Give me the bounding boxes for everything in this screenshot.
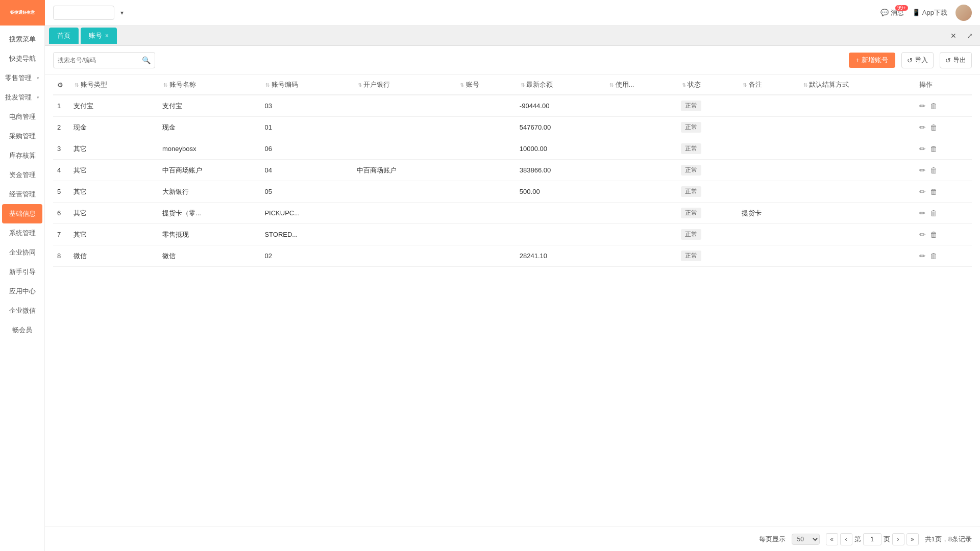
sort-icon[interactable]: ⇅	[521, 82, 525, 88]
sidebar-item-purchase[interactable]: 采购管理	[0, 127, 44, 146]
sidebar-item-enterprise-wechat[interactable]: 企业微信	[0, 301, 44, 320]
sidebar-item-cooperation[interactable]: 企业协同	[0, 243, 44, 262]
edit-icon[interactable]: ✏	[919, 102, 926, 111]
cell-balance: 547670.00	[516, 117, 604, 138]
action-icons: ✏ 🗑	[919, 252, 968, 261]
cell-name: 支付宝	[158, 95, 260, 117]
sort-icon[interactable]: ⇅	[75, 82, 79, 88]
cell-status: 正常	[677, 245, 738, 267]
sidebar-item-newbie[interactable]: 新手引导	[0, 262, 44, 282]
tab-home-label: 首页	[57, 31, 70, 40]
cell-code: STORED...	[260, 224, 352, 245]
delete-icon[interactable]: 🗑	[930, 230, 938, 239]
sidebar-item-basic-info[interactable]: 基础信息	[2, 204, 42, 223]
import-button[interactable]: ↺ 导入	[901, 52, 934, 68]
status-badge: 正常	[681, 251, 701, 261]
cell-account	[455, 138, 516, 160]
cell-default-pay	[798, 117, 915, 138]
sort-icon[interactable]: ⇅	[460, 82, 464, 88]
cell-index: 7	[53, 224, 69, 245]
message-icon: 💬	[880, 9, 889, 16]
sidebar-item-app-center[interactable]: 应用中心	[0, 282, 44, 301]
avatar[interactable]	[955, 5, 972, 21]
edit-icon[interactable]: ✏	[919, 187, 926, 196]
cell-default-pay	[798, 95, 915, 117]
sidebar-item-label: 基础信息	[9, 209, 36, 218]
tab-maximize-button[interactable]: ⤢	[964, 30, 976, 42]
cell-bank: 中百商场账户	[353, 160, 455, 181]
sort-icon[interactable]: ⇅	[609, 82, 614, 88]
cell-usage	[604, 203, 677, 224]
cell-index: 1	[53, 95, 69, 117]
sort-icon[interactable]: ⇅	[743, 82, 747, 88]
cell-account	[455, 95, 516, 117]
delete-icon[interactable]: 🗑	[930, 252, 938, 260]
export-button[interactable]: ↺ 导出	[940, 52, 972, 68]
edit-icon[interactable]: ✏	[919, 123, 926, 132]
search-icon[interactable]: 🔍	[142, 56, 151, 64]
sort-icon[interactable]: ⇅	[803, 82, 807, 88]
edit-icon[interactable]: ✏	[919, 166, 926, 175]
page-size-select[interactable]: 50 100	[792, 534, 820, 545]
gear-icon[interactable]: ⚙	[57, 81, 63, 89]
topbar-dropdown[interactable]: ▾	[120, 9, 124, 16]
topbar-search-input[interactable]	[53, 6, 114, 20]
last-page-button[interactable]: »	[906, 533, 919, 545]
add-account-button[interactable]: + 新增账号	[849, 53, 895, 68]
cell-name: 中百商场账户	[158, 160, 260, 181]
tab-bar: 首页 账号 × ✕ ⤢	[45, 26, 980, 46]
cell-default-pay	[798, 203, 915, 224]
sort-icon[interactable]: ⇅	[682, 82, 686, 88]
cell-status: 正常	[677, 224, 738, 245]
sidebar-item-search[interactable]: 搜索菜单	[0, 30, 44, 49]
delete-icon[interactable]: 🗑	[930, 209, 938, 217]
cell-balance: -90444.00	[516, 95, 604, 117]
sidebar-item-member[interactable]: 畅会员	[0, 320, 44, 340]
sort-icon[interactable]: ⇅	[163, 82, 167, 88]
first-page-button[interactable]: «	[826, 533, 838, 545]
table-row: 5 其它 大新银行 05 500.00 正常 ✏ 🗑	[53, 181, 972, 203]
tab-close-icon[interactable]: ×	[105, 32, 109, 39]
tab-account[interactable]: 账号 ×	[81, 28, 117, 44]
prev-page-button[interactable]: ‹	[840, 533, 852, 545]
sidebar-item-operations[interactable]: 经营管理	[0, 185, 44, 204]
edit-icon[interactable]: ✏	[919, 230, 926, 239]
sort-icon[interactable]: ⇅	[265, 82, 270, 88]
cell-note	[738, 117, 798, 138]
sidebar-item-finance[interactable]: 资金管理	[0, 165, 44, 185]
edit-icon[interactable]: ✏	[919, 144, 926, 154]
cell-account	[455, 224, 516, 245]
status-badge: 正常	[681, 229, 701, 240]
cell-default-pay	[798, 160, 915, 181]
tab-home[interactable]: 首页	[49, 28, 79, 44]
cell-note	[738, 224, 798, 245]
main-area: ▾ 💬 消息 99+ 📱 App下载 首页 账号 × ✕ ⤢	[45, 0, 980, 551]
sidebar-item-wholesale[interactable]: 批发管理 ▾	[0, 88, 44, 107]
delete-icon[interactable]: 🗑	[930, 187, 938, 196]
app-download-button[interactable]: 📱 App下载	[912, 8, 947, 17]
sidebar-item-shortcuts[interactable]: 快捷导航	[0, 49, 44, 68]
status-badge: 正常	[681, 122, 701, 133]
page-input[interactable]	[863, 533, 881, 545]
delete-icon[interactable]: 🗑	[930, 166, 938, 174]
edit-icon[interactable]: ✏	[919, 252, 926, 261]
search-input[interactable]	[58, 57, 142, 64]
action-icons: ✏ 🗑	[919, 144, 968, 154]
sidebar-item-retail[interactable]: 零售管理 ▾	[0, 68, 44, 88]
app-logo: 畅捷通好生意	[0, 0, 45, 26]
import-label: 导入	[915, 56, 928, 65]
sort-icon[interactable]: ⇅	[358, 82, 362, 88]
sidebar-item-inventory[interactable]: 库存核算	[0, 146, 44, 165]
next-page-button[interactable]: ›	[892, 533, 904, 545]
edit-icon[interactable]: ✏	[919, 209, 926, 218]
delete-icon[interactable]: 🗑	[930, 102, 938, 110]
sidebar-item-ecommerce[interactable]: 电商管理	[0, 107, 44, 127]
sidebar-item-system[interactable]: 系统管理	[0, 223, 44, 243]
tab-close-all-button[interactable]: ✕	[947, 30, 960, 42]
message-button[interactable]: 💬 消息 99+	[880, 8, 904, 17]
th-settings: ⚙	[53, 75, 69, 95]
delete-icon[interactable]: 🗑	[930, 123, 938, 132]
delete-icon[interactable]: 🗑	[930, 144, 938, 153]
cell-actions: ✏ 🗑	[915, 95, 972, 117]
cell-actions: ✏ 🗑	[915, 160, 972, 181]
